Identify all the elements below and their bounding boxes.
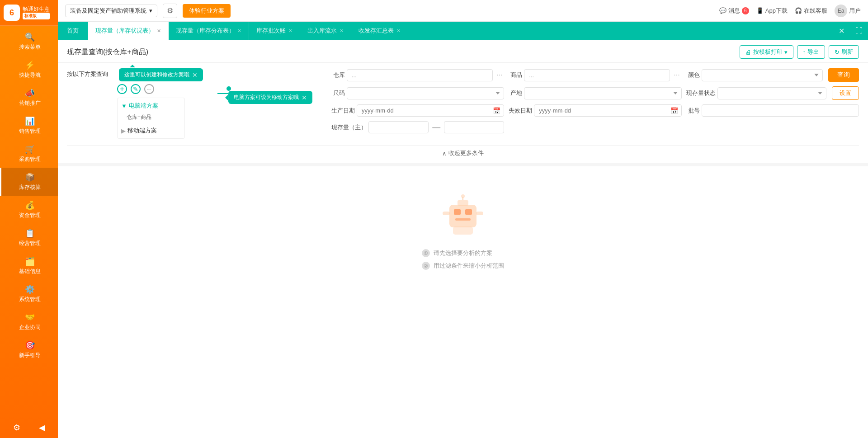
close-tab-icon[interactable]: ✕ [288,28,292,34]
filter-area: 按以下方案查询 这里可以创建和修改方案哦 ✕ + ✎ ← [58,63,868,163]
sidebar-item-inventory[interactable]: 📦 库存核算 [0,168,58,196]
stock-main-input[interactable] [368,121,429,133]
app-download-label: App下载 [765,7,788,15]
calendar-icon[interactable]: 📅 [493,107,500,114]
scheme-tooltip1: 电脑方案可设为移动方案哦 ✕ [228,91,312,104]
scheme-item-pc[interactable]: ▼ 电脑端方案 [118,100,184,112]
sidebar-item-purchase[interactable]: 🛒 采购管理 [0,140,58,168]
query-button[interactable]: 查询 [828,68,859,82]
maximize-icon[interactable]: ⛶ [850,27,868,35]
headset-icon: 🎧 [795,7,802,14]
app-download-action[interactable]: 📱 App下载 [756,7,788,15]
size-label: 尺码 [331,89,345,97]
stock-status-select[interactable] [717,87,826,99]
sidebar-bottom: ⚙ ◀ [0,417,58,438]
tab-batch-account[interactable]: 库存批次账 ✕ [249,22,300,40]
batch-no-input[interactable] [702,104,859,117]
collapse-bottom-btn[interactable]: ◀ [39,423,45,433]
minus-icon[interactable]: — [430,122,442,132]
close-tooltip1-icon[interactable]: ✕ [302,94,307,101]
tab-home[interactable]: 首页 [58,22,88,40]
chevron-right-icon: ▶ [121,127,126,134]
scheme-item-mobile[interactable]: ▶ 移动端方案 [118,125,184,137]
print-button[interactable]: 🖨 按模板打印 ▾ [740,45,793,59]
close-tab-icon[interactable]: ✕ [396,28,401,34]
sidebar-logo: 6 畅通好生意 标准版 [0,0,58,26]
size-select[interactable] [347,87,504,99]
svg-rect-1 [454,209,461,215]
tab-inventory-status[interactable]: 现存量（库存状况表） ✕ [88,22,169,40]
online-support-action[interactable]: 🎧 在线客服 [795,7,827,15]
user-label: 用户 [849,7,861,15]
tab-label: 现存量（库存状况表） [95,27,154,35]
sidebar-item-basic-info[interactable]: 🗂️ 基础信息 [0,252,58,280]
sidebar-item-finance[interactable]: 💰 资金管理 [0,196,58,224]
message-action[interactable]: 💬 消息 6 [719,7,749,15]
export-icon: ↑ [803,49,806,56]
user-action[interactable]: Ea 用户 [835,5,861,17]
tab-bar: 首页 现存量（库存状况表） ✕ 现存量（库存分布表） ✕ 库存批次账 ✕ 出入库… [58,22,868,40]
reset-button[interactable]: 设置 [832,86,859,100]
sidebar-item-label: 搜索菜单 [19,43,41,51]
stock-main-input2[interactable] [444,121,504,133]
color-select[interactable] [702,69,823,81]
gear-button[interactable]: ⚙ [163,4,177,18]
svg-rect-9 [453,226,473,235]
goods-more-icon[interactable]: ··· [674,71,679,79]
logo-badge: 标准版 [23,13,50,19]
sidebar-item-operations[interactable]: 📋 经营管理 [0,224,58,252]
expiry-date-input[interactable] [534,104,681,117]
manufacture-date-input[interactable] [357,104,504,117]
industry-button[interactable]: 体验行业方案 [183,4,231,18]
chevron-down-icon: ▾ [149,7,152,14]
calendar-icon2[interactable]: 📅 [670,107,678,114]
scheme-item-warehouse[interactable]: 仓库+商品 [118,112,184,123]
sidebar-item-sales[interactable]: 📊 销售管理 [0,112,58,140]
search-menu-icon: 🔍 [25,32,35,42]
sidebar-item-system[interactable]: ⚙️ 系统管理 [0,280,58,308]
goods-input[interactable] [524,69,670,81]
tab-collect-send[interactable]: 收发存汇总表 ✕ [351,22,408,40]
svg-rect-7 [443,212,450,215]
system-selector[interactable]: 装备及固定资产辅助管理系统 ▾ [65,5,157,17]
sidebar-item-search-menu[interactable]: 🔍 搜索菜单 [0,28,58,56]
sidebar-item-marketing[interactable]: 📣 营销推广 [0,84,58,112]
guide-icon: 🎯 [25,340,35,350]
close-all-tabs-icon[interactable]: ✕ [833,27,850,35]
warehouse-more-icon[interactable]: ··· [496,71,502,79]
close-tab-icon[interactable]: ✕ [237,28,241,34]
close-tooltip2-icon[interactable]: ✕ [192,71,198,79]
scheme-add-button[interactable]: + [117,84,127,94]
manufacture-date-label: 生产日期 [331,107,355,115]
scheme-edit-button[interactable]: ✎ [131,84,141,94]
top-header: 装备及固定资产辅助管理系统 ▾ ⚙ 体验行业方案 💬 消息 6 📱 App下载 … [58,0,868,22]
filter-label: 按以下方案查询 [67,68,108,78]
collapse-more-btn[interactable]: ∧ 收起更多条件 [442,149,484,157]
svg-point-6 [461,194,465,198]
goods-label: 商品 [509,71,522,79]
sidebar-item-enterprise[interactable]: 🤝 企业协同 [0,308,58,336]
close-tab-icon[interactable]: ✕ [157,28,161,34]
warehouse-label: 仓库 [331,71,345,79]
sidebar-item-label: 系统管理 [19,296,41,303]
tab-inventory-dist[interactable]: 现存量（库存分布表） ✕ [169,22,249,40]
settings-bottom-btn[interactable]: ⚙ [13,423,20,433]
origin-select[interactable] [524,87,681,99]
chevron-down-icon: ▼ [121,103,127,109]
warehouse-input[interactable] [347,69,493,81]
scheme-back-button[interactable]: ← [144,84,154,94]
sales-icon: 📊 [25,116,35,126]
inventory-icon: 📦 [25,172,35,182]
message-label: 消息 [728,7,740,15]
refresh-button[interactable]: ↻ 刷新 [829,45,859,59]
tab-in-out-flow[interactable]: 出入库流水 ✕ [300,22,351,40]
sidebar-item-quick-nav[interactable]: ⚡ 快捷导航 [0,56,58,84]
color-label: 颜色 [686,71,700,79]
sidebar-item-label: 基础信息 [19,268,41,275]
close-tab-icon[interactable]: ✕ [340,28,344,34]
logo-text: 畅通好生意 [23,6,50,13]
svg-rect-8 [476,212,483,215]
sidebar-item-guide[interactable]: 🎯 新手引导 [0,336,58,364]
step1-text: 请先选择要分析的方案 [434,249,492,257]
export-button[interactable]: ↑ 导出 [797,45,826,59]
